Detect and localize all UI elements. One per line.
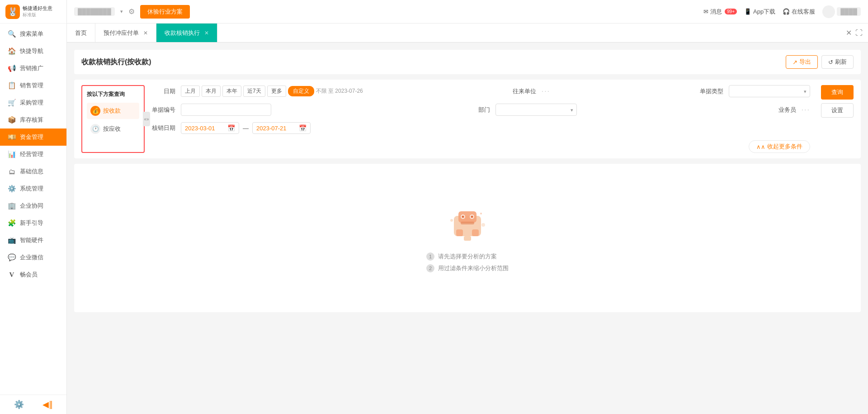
counterpart-more-icon[interactable]: ··· [542, 87, 550, 95]
message-icon: ✉ [703, 8, 708, 15]
verify-date-start-input[interactable] [185, 125, 226, 132]
app-download-button[interactable]: 📱 App下载 [744, 8, 775, 16]
tip-1-text: 请先选择要分析的方案 [438, 252, 497, 261]
close-all-icon[interactable]: ✕ [846, 29, 852, 37]
content-area: 收款核销执行(按收款) ↗ 导出 ↺ 刷新 按以下方案查询 💰 按收款 [67, 43, 868, 414]
sidebar-item-wechat[interactable]: 💬 企业微信 [0, 249, 66, 266]
export-icon: ↗ [793, 59, 797, 66]
sidebar-item-label: 资金管理 [20, 133, 43, 141]
maximize-icon[interactable]: ⛶ [855, 29, 863, 37]
sidebar-item-purchase[interactable]: 🛒 采购管理 [0, 94, 66, 111]
sidebar-item-label: 智能硬件 [20, 236, 43, 244]
settings-button[interactable]: 设置 [821, 103, 854, 118]
receipt-option-icon: 💰 [90, 106, 100, 116]
calendar-start-icon[interactable]: 📅 [227, 124, 235, 132]
svg-point-4 [462, 216, 464, 218]
sidebar-item-quick-nav[interactable]: 🏠 快捷导航 [0, 43, 66, 60]
page-title: 收款核销执行(按收款) [81, 57, 151, 67]
tab-prepay-label: 预付冲应付单 [104, 29, 139, 37]
salesman-label: 业务员 [771, 106, 796, 114]
salesman-more-icon[interactable]: ··· [802, 106, 810, 114]
date-more-btn[interactable]: 更多 [267, 86, 286, 97]
dept-label: 部门 [465, 106, 490, 114]
filter-option-by-receipt[interactable]: 💰 按收款 [87, 103, 139, 119]
enterprise-icon: 🏢 [7, 202, 16, 210]
sidebar-item-label: 销售管理 [20, 81, 43, 90]
empty-state: 1 请先选择要分析的方案 2 用过滤条件来缩小分析范围 [74, 164, 861, 312]
user-avatar[interactable]: ████ [822, 5, 861, 18]
sidebar-nav: 🔍 搜索菜单 🏠 快捷导航 📢 营销推广 📋 销售管理 🛒 采购管理 📦 库存核… [0, 24, 66, 395]
tab-home[interactable]: 首页 [67, 24, 95, 42]
svg-rect-8 [472, 229, 479, 236]
sidebar-item-basic-info[interactable]: 🗂 基础信息 [0, 163, 66, 180]
beginner-icon: 🧩 [7, 219, 16, 227]
industry-solution-button[interactable]: 休验行业方案 [140, 5, 190, 19]
tab-receivable-close-icon[interactable]: ✕ [204, 30, 209, 36]
date-7days-btn[interactable]: 近7天 [243, 86, 265, 97]
settings-icon[interactable]: ⚙️ [14, 400, 24, 409]
date-custom-btn[interactable]: 自定义 [288, 86, 314, 96]
verify-date-start-wrap: 📅 [181, 122, 239, 134]
tip-1-num: 1 [426, 252, 434, 261]
sidebar-item-finance[interactable]: 💴 资金管理 [0, 128, 66, 146]
filter-option-by-receivable[interactable]: 🕐 按应收 [87, 121, 139, 137]
svg-point-11 [481, 223, 485, 227]
verify-date-end-input[interactable] [256, 125, 297, 132]
doc-type-select[interactable] [729, 85, 810, 97]
message-label: 消息 [710, 8, 722, 16]
verify-date-label: 核销日期 [150, 124, 175, 132]
verify-date-range: 📅 — 📅 [181, 122, 311, 134]
date-this-month-btn[interactable]: 本月 [202, 86, 221, 97]
gear-icon[interactable]: ⚙ [128, 7, 135, 16]
sidebar-item-system[interactable]: ⚙️ 系统管理 [0, 180, 66, 197]
sidebar-item-label: 新手引导 [20, 219, 43, 227]
tabbar-actions: ✕ ⛶ [840, 24, 868, 42]
smart-hw-icon: 📺 [7, 236, 16, 244]
customer-service-label: 在线客服 [792, 8, 815, 16]
home-icon: 🏠 [7, 47, 16, 55]
sidebar-item-search[interactable]: 🔍 搜索菜单 [0, 25, 66, 43]
sidebar-item-marketing[interactable]: 📢 营销推广 [0, 60, 66, 77]
basic-info-icon: 🗂 [7, 168, 16, 176]
calendar-end-icon[interactable]: 📅 [299, 124, 307, 132]
tab-prepay[interactable]: 预付冲应付单 ✕ [95, 24, 156, 42]
date-this-year-btn[interactable]: 本年 [222, 86, 241, 97]
tab-prepay-close-icon[interactable]: ✕ [143, 30, 148, 36]
dept-select[interactable] [495, 104, 577, 116]
sidebar-item-operations[interactable]: 📊 经营管理 [0, 146, 66, 163]
date-range-text: 不限 至 2023-07-26 [316, 87, 363, 95]
doc-type-select-wrapper [729, 85, 810, 97]
sales-icon: 📋 [7, 81, 16, 90]
doc-no-input[interactable] [181, 104, 271, 116]
service-icon: 🎧 [783, 8, 790, 15]
refresh-button[interactable]: ↺ 刷新 [821, 55, 854, 69]
collapse-sidebar-icon[interactable]: ◀‖ [42, 400, 53, 409]
svg-rect-9 [464, 236, 471, 241]
sidebar-item-sales[interactable]: 📋 销售管理 [0, 77, 66, 94]
tab-receivable[interactable]: 收款核销执行 ✕ [156, 24, 217, 42]
user-name: ████ [837, 7, 861, 16]
svg-point-10 [450, 219, 453, 222]
chevron-down-icon[interactable]: ▾ [120, 9, 123, 14]
collapse-more-button[interactable]: ∧∧ 收起更多条件 [749, 140, 810, 153]
svg-rect-6 [461, 222, 474, 224]
sidebar-item-member[interactable]: V 畅会员 [0, 266, 66, 283]
export-button[interactable]: ↗ 导出 [786, 55, 818, 69]
verify-date-end-wrap: 📅 [252, 122, 311, 134]
sidebar-item-beginner[interactable]: 🧩 新手引导 [0, 214, 66, 232]
avatar [822, 5, 835, 18]
sidebar-item-label: 基础信息 [20, 167, 43, 176]
operations-icon: 📊 [7, 150, 16, 158]
collapse-filter-button[interactable]: «» [143, 112, 150, 126]
sidebar-item-label: 快捷导航 [20, 47, 43, 55]
sidebar-item-enterprise[interactable]: 🏢 企业协同 [0, 197, 66, 214]
customer-service-button[interactable]: 🎧 在线客服 [783, 8, 815, 16]
date-last-month-btn[interactable]: 上月 [181, 86, 200, 97]
doc-type-label: 单据类型 [698, 87, 723, 95]
sidebar-item-smart-hw[interactable]: 📺 智能硬件 [0, 232, 66, 249]
logo-name: 畅捷通好生意 [23, 5, 52, 11]
sidebar-item-inventory[interactable]: 📦 库存核算 [0, 111, 66, 128]
message-button[interactable]: ✉ 消息 99+ [703, 8, 737, 16]
svg-point-12 [480, 213, 482, 214]
query-button[interactable]: 查询 [821, 85, 854, 100]
